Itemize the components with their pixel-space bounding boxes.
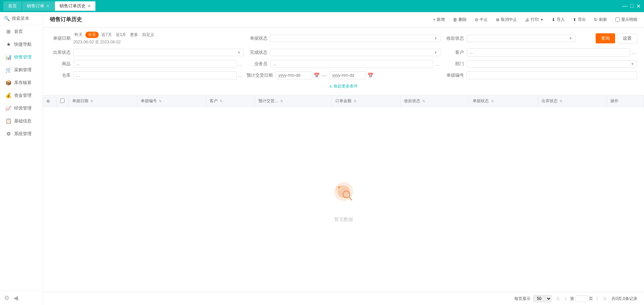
collapse-sidebar-icon[interactable]: ◀ <box>13 294 18 302</box>
sidebar-item-inventory[interactable]: 📦 库存核算 <box>0 76 43 89</box>
doc-status-select[interactable]: ▼ <box>270 35 441 42</box>
date-custom-btn[interactable]: 自定义 <box>141 32 156 38</box>
sidebar-item-home[interactable]: ⊞ 首页 <box>0 25 43 38</box>
goods-dots[interactable]: ... <box>237 61 244 67</box>
minimize-btn[interactable]: — <box>622 3 628 9</box>
tab-sales-order-close[interactable]: ✕ <box>46 4 49 8</box>
sidebar-item-finance[interactable]: 💰 资金管理 <box>0 89 43 102</box>
sidebar-search[interactable]: 🔍 搜索菜单 <box>0 12 43 25</box>
doc-status-label: 单据状态 <box>247 35 270 41</box>
page-first-btn[interactable]: ⟨⟨ <box>554 296 562 302</box>
date-last7-btn[interactable]: 近7天 <box>100 32 113 38</box>
salesman-dots[interactable]: ... <box>433 61 440 67</box>
tab-sales-order-history-label: 销售订单历史 <box>59 3 86 9</box>
sidebar-item-inventory-label: 库存核算 <box>14 80 32 86</box>
th-order-amount[interactable]: 订单金额 ⇅ <box>332 96 401 107</box>
sort-customer-icon: ⇅ <box>220 99 222 103</box>
tab-home[interactable]: 首页 <box>3 1 22 11</box>
sidebar-item-sales[interactable]: 📊 销售管理 <box>0 51 43 64</box>
page-size-select[interactable]: 50 10 20 100 <box>533 295 552 302</box>
display-detail-checkbox[interactable] <box>615 17 620 22</box>
page-title: 销售订单历史 <box>50 16 82 23</box>
refresh-label: 刷新 <box>599 17 607 23</box>
import-button[interactable]: ⬇ 导入 <box>549 15 567 24</box>
sidebar-item-home-label: 首页 <box>14 29 23 35</box>
customer-dots[interactable]: ... <box>630 49 637 55</box>
complete-status-label: 完成状态 <box>247 49 270 55</box>
tab-sales-order-history[interactable]: 销售订单历史 ✕ <box>55 1 95 11</box>
delete-button[interactable]: 🗑 删除 <box>450 15 469 24</box>
th-payment-status[interactable]: 收款状态 ⇅ <box>400 96 469 107</box>
warehouse-input[interactable] <box>73 71 237 79</box>
th-customer[interactable]: 客户 ⇅ <box>206 96 255 107</box>
data-table: ⚙ 单据日期 ⇅ 单据编号 ⇅ 客户 ⇅ <box>43 96 644 107</box>
cancel-stop-button[interactable]: ⊗ 取消中止 <box>493 15 520 24</box>
tab-sales-order-history-close[interactable]: ✕ <box>88 4 91 8</box>
add-button[interactable]: + 新增 <box>430 15 448 24</box>
display-detail-toggle[interactable]: 显示明细 <box>615 17 637 23</box>
date-to-input[interactable] <box>329 71 366 79</box>
print-label: 打印 <box>531 17 539 23</box>
date-last1m-btn[interactable]: 近1月 <box>115 32 128 38</box>
salesman-control: ... <box>270 60 441 68</box>
page-prev-btn[interactable]: ⟨ <box>563 296 569 302</box>
maximize-btn[interactable]: □ <box>630 3 634 9</box>
tab-sales-order[interactable]: 销售订单 ✕ <box>22 1 54 11</box>
th-settings[interactable]: ⚙ <box>43 96 56 107</box>
th-doc-no[interactable]: 单据编号 ⇅ <box>137 96 206 107</box>
sort-order-amount-icon: ⇅ <box>354 99 356 103</box>
sidebar-item-system[interactable]: ⚙ 系统管理 <box>0 127 43 140</box>
goods-input[interactable] <box>73 60 237 68</box>
th-action-label: 操作 <box>610 99 618 103</box>
date-more-btn[interactable]: 更多 <box>129 32 139 38</box>
customer-input[interactable] <box>467 48 630 56</box>
sidebar-item-quick-nav[interactable]: ★ 快捷导航 <box>0 38 43 51</box>
warehouse-dots[interactable]: ... <box>237 72 244 78</box>
payment-status-select[interactable]: ▼ <box>467 35 575 42</box>
page-last-btn[interactable]: ⟩⟩ <box>601 296 609 302</box>
payment-status-arrow: ▼ <box>569 36 572 40</box>
settings-button[interactable]: 设置 <box>617 33 637 43</box>
cal-from-icon[interactable]: 📅 <box>314 73 319 78</box>
page-number-input[interactable]: 1 <box>575 295 588 302</box>
import-icon: ⬇ <box>552 17 555 22</box>
export-button[interactable]: ⬆ 导出 <box>570 15 589 24</box>
page-next-btn[interactable]: ⟩ <box>594 296 600 302</box>
out-status-select[interactable]: ▼ <box>73 49 244 56</box>
dept-select[interactable]: ▼ <box>467 60 637 68</box>
th-check[interactable] <box>56 96 69 107</box>
print-button[interactable]: 🖨 打印 ▼ <box>522 15 546 24</box>
query-button[interactable]: 查询 <box>596 33 615 43</box>
sidebar-item-purchase[interactable]: 🛒 采购管理 <box>0 64 43 76</box>
th-doc-status[interactable]: 单据状态 ⇅ <box>469 96 538 107</box>
sidebar-item-basic[interactable]: 📋 基础信息 <box>0 115 43 127</box>
doc-number-input[interactable] <box>467 71 637 79</box>
th-doc-date[interactable]: 单据日期 ⇅ <box>69 96 137 107</box>
export-icon: ⬆ <box>573 17 576 22</box>
date-buttons: 昨天 今天 近7天 近1月 更多 自定义 <box>73 32 156 38</box>
add-label: 新增 <box>437 17 445 23</box>
complete-status-select[interactable]: ▼ <box>270 49 441 56</box>
select-all-checkbox[interactable] <box>60 99 65 103</box>
customer-label: 客户 <box>443 49 467 55</box>
date-sep: — <box>321 73 328 78</box>
stop-button[interactable]: ⊘ 中止 <box>472 15 490 24</box>
date-yesterday-btn[interactable]: 昨天 <box>73 32 84 38</box>
empty-text: 暂无数据 <box>334 217 353 223</box>
doc-number-control <box>467 71 637 79</box>
cal-to-icon[interactable]: 📅 <box>368 73 373 78</box>
th-out-status[interactable]: 出库状态 ⇅ <box>538 96 607 107</box>
print-icon: 🖨 <box>525 17 529 22</box>
th-expected-date[interactable]: 预计交货... ⇅ <box>255 96 332 107</box>
date-from-input[interactable] <box>275 71 312 79</box>
refresh-button[interactable]: ↻ 刷新 <box>591 15 610 24</box>
collapse-conditions-btn[interactable]: ∧ 收起更多条件 <box>50 81 637 91</box>
settings-bottom-icon[interactable]: ⚙ <box>4 294 9 302</box>
close-win-btn[interactable]: ✕ <box>636 3 641 9</box>
svg-point-5 <box>338 186 340 188</box>
system-icon: ⚙ <box>5 131 11 137</box>
payment-status-label: 收款状态 <box>443 35 467 41</box>
sidebar-item-operation[interactable]: 📈 经营管理 <box>0 102 43 115</box>
date-today-btn[interactable]: 今天 <box>85 32 99 38</box>
salesman-input[interactable] <box>270 60 433 68</box>
